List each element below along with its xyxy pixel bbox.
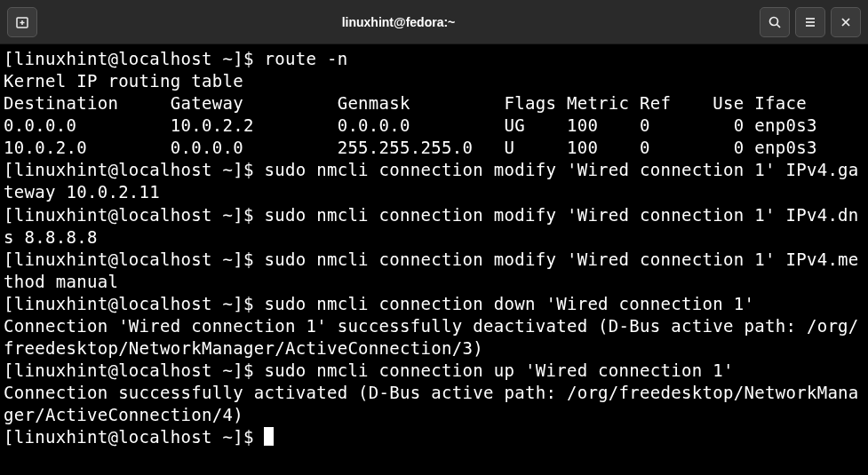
terminal-line: 0.0.0.0 10.0.2.2 0.0.0.0 UG 100 0 0 enp0… [4, 115, 817, 135]
terminal-line: Connection 'Wired connection 1' successf… [4, 316, 859, 358]
titlebar-right [760, 7, 861, 37]
terminal-output[interactable]: [linuxhint@localhost ~]$ route -n Kernel… [0, 44, 868, 452]
terminal-line: [linuxhint@localhost ~]$ sudo nmcli conn… [4, 160, 859, 202]
window-title: linuxhint@fedora:~ [37, 15, 760, 29]
terminal-line: [linuxhint@localhost ~]$ route -n [4, 49, 347, 68]
terminal-line: [linuxhint@localhost ~]$ sudo nmcli conn… [4, 360, 734, 380]
terminal-line: Connection successfully activated (D-Bus… [4, 383, 859, 424]
cursor [264, 427, 274, 446]
svg-point-3 [770, 17, 778, 25]
new-tab-button[interactable] [7, 7, 37, 37]
terminal-line: 10.0.2.0 0.0.0.0 255.255.255.0 U 100 0 0… [4, 138, 817, 157]
svg-line-4 [777, 24, 781, 28]
menu-button[interactable] [795, 7, 825, 37]
titlebar-left [7, 7, 37, 37]
terminal-line: [linuxhint@localhost ~]$ sudo nmcli conn… [4, 249, 859, 291]
search-button[interactable] [760, 7, 790, 37]
terminal-line: [linuxhint@localhost ~]$ sudo nmcli conn… [4, 205, 859, 247]
terminal-line: Kernel IP routing table [4, 71, 243, 91]
terminal-line: [linuxhint@localhost ~]$ sudo nmcli conn… [4, 294, 754, 313]
hamburger-icon [803, 15, 817, 29]
terminal-line: Destination Gateway Genmask Flags Metric… [4, 93, 807, 113]
new-tab-icon [15, 15, 29, 29]
close-button[interactable] [831, 7, 861, 37]
close-icon [840, 16, 852, 28]
titlebar: linuxhint@fedora:~ [0, 0, 868, 44]
terminal-line: [linuxhint@localhost ~]$ [4, 427, 264, 447]
search-icon [768, 15, 782, 29]
